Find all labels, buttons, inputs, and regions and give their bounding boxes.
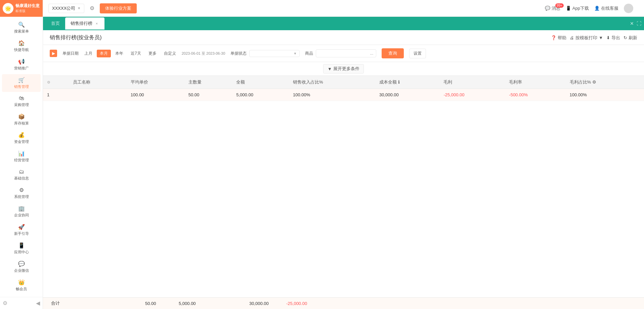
template-print-arrow: ▼ (599, 35, 603, 40)
online-service-icon: 👤 (594, 6, 600, 11)
sidebar-item-inventory[interactable]: 📦库存核算 (2, 111, 41, 128)
cell-r0-main_qty: 50.00 (184, 89, 232, 101)
app-download-icon: 📱 (566, 6, 571, 11)
data-table: ⚙员工名称平均单价主数量全额销售收入占比%成本全额 ℹ毛利毛利率毛利占比% ⚙ … (43, 76, 644, 101)
sidebar-item-operations[interactable]: 📊经营管理 (2, 148, 41, 165)
th-index: ⚙ (43, 76, 69, 89)
tab-close-icon[interactable]: × (94, 21, 99, 26)
goods-filter-group: 商品 ... (305, 49, 376, 57)
filter-toggle-btn[interactable]: ▶ (50, 50, 57, 57)
goods-input[interactable]: ... (316, 49, 376, 57)
topbar-settings-icon[interactable]: ⚙ (90, 5, 94, 11)
table-container: ⚙员工名称平均单价主数量全额销售收入占比%成本全额 ℹ毛利毛利率毛利占比% ⚙ … (43, 76, 644, 309)
sidebar-label-marketing: 营销推广 (14, 66, 29, 71)
status-select-arrow: ▼ (293, 52, 297, 55)
sidebar-item-marketing[interactable]: 📢营销推广 (2, 56, 41, 73)
logo-title: 畅康通好生意 (15, 3, 40, 9)
sidebar-label-shortcut: 快捷导航 (14, 47, 29, 52)
th-cost: 成本全额 ℹ (375, 76, 439, 89)
expand-button[interactable]: ▼ 展开更多条件 (323, 64, 364, 73)
sidebar-item-search[interactable]: 🔍搜索菜单 (2, 19, 41, 37)
expand-label: 展开更多条件 (333, 66, 359, 72)
template-print-button[interactable]: 🖨 按模板打印 ▼ (570, 35, 603, 41)
sidebar-icon-marketing: 📢 (18, 58, 25, 65)
company-selector[interactable]: XXXXX公司 ▼ (48, 4, 84, 13)
sidebar-item-basic[interactable]: 🗂基础信息 (2, 166, 41, 184)
date-btn-上月[interactable]: 上月 (81, 50, 95, 57)
sidebar-icon-system: ⚙ (19, 187, 24, 193)
export-icon: ⬇ (606, 35, 610, 40)
page-title-row: 销售排行榜(按业务员) ❓ 帮助 🖨 按模板打印 ▼ ⬇ 导出 (50, 34, 637, 45)
goods-more-icon[interactable]: ... (370, 51, 373, 56)
header-actions: ❓ 帮助 🖨 按模板打印 ▼ ⬇ 导出 ↻ 刷新 (551, 35, 637, 41)
tab-maximize-icon[interactable]: ⛶ (637, 21, 641, 26)
filter-toggle-icon: ▶ (52, 51, 55, 56)
sidebar-icon-apps: 📱 (18, 242, 25, 249)
sidebar-icon-wechat: 💬 (18, 261, 25, 267)
table-footer: 合计 50.00 5,000.00 30,000.00 -25,000.00 (43, 297, 644, 309)
sidebar-item-finance[interactable]: 💰资金管理 (2, 129, 41, 147)
table-header-row: ⚙员工名称平均单价主数量全额销售收入占比%成本全额 ℹ毛利毛利率毛利占比% ⚙ (43, 76, 644, 89)
user-avatar[interactable] (624, 4, 633, 13)
export-button[interactable]: ⬇ 导出 (606, 35, 620, 41)
online-service-item[interactable]: 👤 在线客服 (594, 5, 618, 11)
app-download-item[interactable]: 📱 App下载 (566, 5, 589, 11)
tab-home[interactable]: 首页 (46, 17, 65, 30)
th-label-gross: 毛利 (443, 80, 452, 85)
main-area: XXXXX公司 ▼ ⚙ 体验行业方案 💬 消息 99+ 📱 App下载 👤 在线… (43, 0, 644, 309)
sidebar-icon-basic: 🗂 (19, 169, 24, 175)
sidebar-icon-purchase: 🛍 (19, 95, 24, 101)
sidebar-label-purchase: 采购管理 (14, 102, 29, 107)
sidebar-item-enterprise[interactable]: 🏢企业协同 (2, 203, 41, 220)
date-btn-本月[interactable]: 本月 (97, 50, 111, 57)
th-label-main_qty: 主数量 (188, 80, 202, 85)
trial-button[interactable]: 体验行业方案 (100, 3, 137, 13)
sidebar-icon-finance: 💰 (18, 132, 25, 138)
sidebar-item-apps[interactable]: 📱应用中心 (2, 240, 41, 257)
sidebar-label-operations: 经营管理 (14, 158, 29, 163)
sidebar-icon-guide: 🚀 (18, 224, 25, 230)
template-print-icon: 🖨 (570, 35, 574, 40)
status-select[interactable]: ▼ (249, 50, 300, 57)
sidebar-item-purchase[interactable]: 🛍采购管理 (2, 93, 41, 110)
th-label-avg_price: 平均单价 (131, 80, 148, 85)
company-dropdown-arrow: ▼ (77, 6, 81, 10)
cell-r0-avg_price: 100.00 (127, 89, 184, 101)
sidebar-item-shortcut[interactable]: 🏠快捷导航 (2, 37, 41, 55)
setting-button[interactable]: 设置 (409, 49, 426, 58)
refresh-button[interactable]: ↻ 刷新 (624, 35, 637, 41)
sidebar-item-member[interactable]: 👑畅会员 (2, 276, 41, 294)
query-button[interactable]: 查询 (382, 48, 404, 58)
expand-row: ▼ 展开更多条件 (43, 62, 644, 76)
topbar: XXXXX公司 ▼ ⚙ 体验行业方案 💬 消息 99+ 📱 App下载 👤 在线… (43, 0, 644, 17)
company-name: XXXXX公司 (52, 5, 75, 11)
table-body: 1100.0050.005,000.00100.00%30,000.00-25,… (43, 89, 644, 101)
topbar-right: 💬 消息 99+ 📱 App下载 👤 在线客服 (545, 4, 639, 13)
export-label: 导出 (611, 35, 620, 41)
sidebar-label-finance: 资金管理 (14, 139, 29, 144)
filter-bar: ▶ 单据日期 上月本月本年近7天更多自定义 2023-06-01 至 2023-… (43, 45, 644, 62)
date-btn-更多[interactable]: 更多 (145, 50, 160, 57)
tab-sales-label: 销售排行榜 (71, 20, 92, 27)
tab-close-window-icon[interactable]: ✕ (630, 21, 634, 26)
sidebar-item-sales[interactable]: 🛒销售管理 (2, 74, 41, 92)
sidebar-item-guide[interactable]: 🚀新手引导 (2, 221, 41, 239)
th-avg_price: 平均单价 (127, 76, 184, 89)
sidebar-item-system[interactable]: ⚙系统管理 (2, 184, 41, 202)
sidebar-nav: 🔍搜索菜单🏠快捷导航📢营销推广🛒销售管理🛍采购管理📦库存核算💰资金管理📊经营管理… (0, 17, 43, 297)
sidebar-settings-icon[interactable]: ⚙ (3, 300, 7, 306)
date-btn-本年[interactable]: 本年 (112, 50, 126, 57)
help-button[interactable]: ❓ 帮助 (551, 35, 566, 41)
th-settings-icon[interactable]: ⚙ (47, 80, 50, 84)
tab-sales-ranking[interactable]: 销售排行榜 × (65, 17, 104, 30)
date-btn-近7天[interactable]: 近7天 (128, 50, 144, 57)
th-label-gross_pct: 毛利占比% ⚙ (570, 80, 596, 85)
app-download-label: App下载 (572, 5, 589, 11)
message-icon-item[interactable]: 💬 消息 99+ (545, 5, 560, 11)
table-row: 1100.0050.005,000.00100.00%30,000.00-25,… (43, 89, 644, 101)
sidebar-item-wechat[interactable]: 💬企业微信 (2, 258, 41, 276)
date-btn-自定义[interactable]: 自定义 (161, 50, 179, 57)
sidebar-collapse-icon[interactable]: ◀ (36, 300, 40, 306)
tab-home-label: 首页 (51, 20, 60, 27)
th-label-gross_rate: 毛利率 (509, 80, 522, 85)
